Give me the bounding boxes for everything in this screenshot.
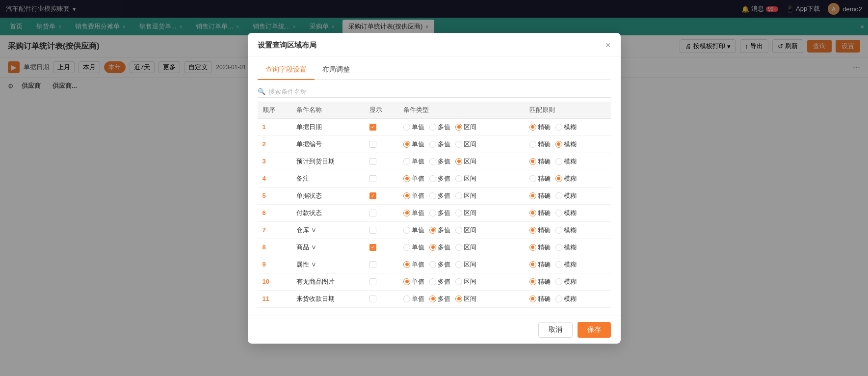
range-radio[interactable]: 区间 bbox=[455, 277, 476, 286]
row-display[interactable] bbox=[365, 256, 399, 273]
exact-radio[interactable]: 精确 bbox=[529, 226, 551, 235]
single-radio[interactable]: 单值 bbox=[403, 140, 424, 149]
fuzzy-radio[interactable]: 模糊 bbox=[555, 174, 577, 183]
single-radio[interactable]: 单值 bbox=[403, 191, 424, 200]
range-radio-label: 区间 bbox=[464, 295, 476, 303]
single-radio[interactable]: 单值 bbox=[403, 260, 424, 269]
row-type: 单值多值区间 bbox=[398, 204, 524, 221]
single-radio-label: 单值 bbox=[412, 123, 424, 132]
multi-radio[interactable]: 多值 bbox=[429, 260, 450, 269]
single-radio[interactable]: 单值 bbox=[403, 277, 424, 286]
range-radio[interactable]: 区间 bbox=[455, 191, 476, 200]
single-radio[interactable]: 单值 bbox=[403, 123, 424, 132]
row-display[interactable] bbox=[365, 239, 399, 256]
exact-radio[interactable]: 精确 bbox=[529, 209, 551, 217]
single-radio[interactable]: 单值 bbox=[403, 295, 424, 303]
display-checkbox[interactable] bbox=[369, 261, 376, 268]
fuzzy-radio[interactable]: 模糊 bbox=[555, 191, 577, 200]
multi-radio[interactable]: 多值 bbox=[429, 157, 450, 166]
multi-radio[interactable]: 多值 bbox=[429, 277, 450, 286]
fuzzy-radio[interactable]: 模糊 bbox=[555, 140, 577, 149]
multi-radio[interactable]: 多值 bbox=[429, 174, 450, 183]
single-radio-circle bbox=[403, 227, 410, 234]
multi-radio-circle bbox=[429, 278, 436, 285]
multi-radio[interactable]: 多值 bbox=[429, 123, 450, 132]
fuzzy-radio[interactable]: 模糊 bbox=[555, 209, 577, 217]
multi-radio[interactable]: 多值 bbox=[429, 243, 450, 252]
exact-radio[interactable]: 精确 bbox=[529, 123, 551, 132]
multi-radio-label: 多值 bbox=[438, 260, 450, 269]
exact-radio[interactable]: 精确 bbox=[529, 277, 551, 286]
multi-radio[interactable]: 多值 bbox=[429, 295, 450, 303]
exact-radio[interactable]: 精确 bbox=[529, 191, 551, 200]
range-radio[interactable]: 区间 bbox=[455, 157, 476, 166]
row-display[interactable] bbox=[365, 204, 399, 221]
order-number: 8 bbox=[263, 243, 266, 251]
display-checkbox[interactable] bbox=[369, 295, 376, 302]
range-radio[interactable]: 区间 bbox=[455, 243, 476, 252]
exact-radio[interactable]: 精确 bbox=[529, 157, 551, 166]
single-radio[interactable]: 单值 bbox=[403, 243, 424, 252]
row-display[interactable] bbox=[365, 187, 399, 204]
range-radio[interactable]: 区间 bbox=[455, 209, 476, 217]
display-checkbox[interactable] bbox=[369, 141, 376, 148]
modal-tab-query-fields[interactable]: 查询字段设置 bbox=[258, 62, 315, 80]
fuzzy-radio[interactable]: 模糊 bbox=[555, 277, 577, 286]
row-display[interactable] bbox=[365, 221, 399, 239]
exact-radio[interactable]: 精确 bbox=[529, 243, 551, 252]
fuzzy-radio[interactable]: 模糊 bbox=[555, 157, 577, 166]
cancel-button[interactable]: 取消 bbox=[538, 322, 573, 338]
display-checkbox[interactable] bbox=[369, 175, 376, 182]
fuzzy-radio[interactable]: 模糊 bbox=[555, 295, 577, 303]
row-display[interactable] bbox=[365, 135, 399, 153]
multi-radio[interactable]: 多值 bbox=[429, 140, 450, 149]
fuzzy-radio[interactable]: 模糊 bbox=[555, 243, 577, 252]
single-radio[interactable]: 单值 bbox=[403, 174, 424, 183]
save-button[interactable]: 保存 bbox=[578, 322, 611, 338]
display-checkbox[interactable] bbox=[369, 278, 376, 285]
row-display[interactable] bbox=[365, 290, 399, 307]
fuzzy-radio[interactable]: 模糊 bbox=[555, 123, 577, 132]
display-checkbox[interactable] bbox=[369, 158, 376, 165]
search-icon: 🔍 bbox=[258, 88, 265, 95]
range-radio[interactable]: 区间 bbox=[455, 123, 476, 132]
type-radio-group: 单值多值区间 bbox=[403, 191, 519, 200]
row-display[interactable] bbox=[365, 118, 399, 135]
multi-radio[interactable]: 多值 bbox=[429, 226, 450, 235]
range-radio[interactable]: 区间 bbox=[455, 226, 476, 235]
search-input[interactable] bbox=[268, 88, 611, 95]
range-radio[interactable]: 区间 bbox=[455, 295, 476, 303]
range-radio[interactable]: 区间 bbox=[455, 174, 476, 183]
match-radio-group: 精确模糊 bbox=[529, 209, 606, 217]
display-checkbox[interactable] bbox=[369, 227, 376, 234]
display-checkbox[interactable] bbox=[369, 244, 376, 251]
fuzzy-radio[interactable]: 模糊 bbox=[555, 260, 577, 269]
multi-radio[interactable]: 多值 bbox=[429, 191, 450, 200]
exact-radio[interactable]: 精确 bbox=[529, 295, 551, 303]
row-order: 7 bbox=[258, 221, 292, 239]
exact-radio-circle bbox=[529, 244, 536, 251]
display-checkbox[interactable] bbox=[369, 124, 376, 131]
display-checkbox[interactable] bbox=[369, 192, 376, 199]
multi-radio[interactable]: 多值 bbox=[429, 209, 450, 217]
range-radio[interactable]: 区间 bbox=[455, 140, 476, 149]
multi-radio-label: 多值 bbox=[438, 209, 450, 217]
modal-close-button[interactable]: × bbox=[605, 41, 611, 50]
display-checkbox[interactable] bbox=[369, 210, 376, 216]
range-radio[interactable]: 区间 bbox=[455, 260, 476, 269]
exact-radio[interactable]: 精确 bbox=[529, 174, 551, 183]
modal-tab-layout-adjust[interactable]: 布局调整 bbox=[315, 62, 358, 80]
single-radio[interactable]: 单值 bbox=[403, 226, 424, 235]
exact-radio[interactable]: 精确 bbox=[529, 260, 551, 269]
single-radio[interactable]: 单值 bbox=[403, 157, 424, 166]
row-display[interactable] bbox=[365, 170, 399, 187]
row-order: 1 bbox=[258, 118, 292, 135]
modal-footer: 取消 保存 bbox=[248, 316, 621, 344]
type-radio-group: 单值多值区间 bbox=[403, 174, 519, 183]
single-radio[interactable]: 单值 bbox=[403, 209, 424, 217]
row-display[interactable] bbox=[365, 273, 399, 290]
multi-radio-label: 多值 bbox=[438, 295, 450, 303]
fuzzy-radio[interactable]: 模糊 bbox=[555, 226, 577, 235]
exact-radio[interactable]: 精确 bbox=[529, 140, 551, 149]
row-display[interactable] bbox=[365, 153, 399, 170]
